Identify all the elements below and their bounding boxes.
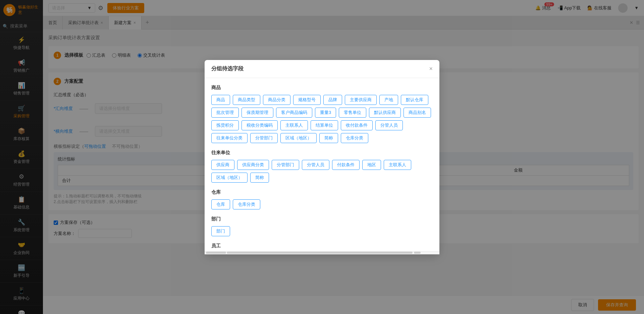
- hscroll-left-end: [206, 252, 226, 254]
- field-tag[interactable]: 保质期管理: [241, 108, 273, 118]
- field-tag[interactable]: 拣货积分: [211, 120, 239, 130]
- group-title-warehouse: 仓库: [211, 189, 433, 195]
- field-tag[interactable]: 仓库: [211, 199, 230, 209]
- field-tag[interactable]: 主联系人: [280, 120, 308, 130]
- field-tag[interactable]: 默认供应商: [369, 108, 401, 118]
- field-tag[interactable]: 区域（地区）: [280, 133, 317, 143]
- group-title-department: 部门: [211, 216, 433, 222]
- field-tag[interactable]: 零售单位: [339, 108, 366, 118]
- field-tag[interactable]: 收付款条件: [341, 120, 373, 130]
- modal-close-button[interactable]: ×: [429, 65, 433, 72]
- field-group-goods: 商品 商品商品类型商品分类规格型号品牌主要供应商产地默认仓库批次管理保质期管理客…: [211, 85, 433, 143]
- field-tag[interactable]: 产地: [379, 95, 398, 105]
- field-tag[interactable]: 规格型号: [293, 95, 321, 105]
- field-group-staff: 员工 业务员: [211, 243, 433, 251]
- group-title-goods: 商品: [211, 85, 433, 91]
- field-tag[interactable]: 品牌: [323, 95, 342, 105]
- field-tags-warehouse: 仓库仓库分类: [211, 199, 433, 209]
- modal-title: 分组待选字段: [211, 65, 244, 72]
- field-tags-department: 部门: [211, 226, 433, 236]
- field-tag[interactable]: 区域（地区）: [211, 173, 248, 183]
- field-tag[interactable]: 分管人员: [375, 120, 403, 130]
- field-tags-partner: 供应商供应商分类分管部门分管人员付款条件地区主联系人区域（地区）简称: [211, 160, 433, 183]
- group-title-partner: 往来单位: [211, 150, 433, 156]
- field-tag[interactable]: 分管人员: [302, 160, 329, 170]
- field-group-partner: 往来单位 供应商供应商分类分管部门分管人员付款条件地区主联系人区域（地区）简称: [211, 150, 433, 183]
- hscroll-right-end: [414, 252, 421, 254]
- field-tag[interactable]: 客户商品编码: [276, 108, 312, 118]
- field-tag[interactable]: 供应商: [211, 160, 234, 170]
- field-tag[interactable]: 默认仓库: [401, 95, 428, 105]
- modal-header: 分组待选字段 ×: [205, 60, 439, 78]
- field-tag[interactable]: 商品: [211, 95, 230, 105]
- modal-horizontal-scrollbar[interactable]: [205, 251, 439, 254]
- field-tag[interactable]: 地区: [362, 160, 381, 170]
- field-group-warehouse: 仓库 仓库仓库分类: [211, 189, 433, 209]
- field-tag[interactable]: 重量3: [315, 108, 336, 118]
- field-tags-goods: 商品商品类型商品分类规格型号品牌主要供应商产地默认仓库批次管理保质期管理客户商品…: [211, 95, 433, 143]
- field-tag[interactable]: 税收分类编码: [241, 120, 278, 130]
- field-tag[interactable]: 主要供应商: [345, 95, 377, 105]
- field-tag[interactable]: 分管部门: [272, 160, 299, 170]
- field-tag[interactable]: 仓库分类: [233, 199, 260, 209]
- hscroll-thumb: [227, 252, 413, 254]
- field-tag[interactable]: 商品类型: [233, 95, 260, 105]
- modal-field-select: 分组待选字段 × 商品 商品商品类型商品分类规格型号品牌主要供应商产地默认仓库批…: [205, 60, 439, 254]
- field-tag[interactable]: 仓库分类: [341, 133, 368, 143]
- field-tag[interactable]: 商品别名: [404, 108, 431, 118]
- field-tag[interactable]: 部门: [211, 226, 230, 236]
- field-tag[interactable]: 主联系人: [384, 160, 411, 170]
- group-title-staff: 员工: [211, 243, 433, 249]
- field-tag[interactable]: 结算单位: [311, 120, 338, 130]
- field-group-department: 部门 部门: [211, 216, 433, 236]
- field-tag[interactable]: 付款条件: [332, 160, 360, 170]
- modal-body: 商品 商品商品类型商品分类规格型号品牌主要供应商产地默认仓库批次管理保质期管理客…: [205, 78, 439, 251]
- field-tag[interactable]: 批次管理: [211, 108, 239, 118]
- field-tag[interactable]: 分管部门: [250, 133, 278, 143]
- field-tag[interactable]: 往来单位分类: [211, 133, 248, 143]
- field-tag[interactable]: 商品分类: [263, 95, 290, 105]
- field-tag[interactable]: 简称: [319, 133, 338, 143]
- field-tag[interactable]: 简称: [250, 173, 269, 183]
- field-tag[interactable]: 供应商分类: [237, 160, 269, 170]
